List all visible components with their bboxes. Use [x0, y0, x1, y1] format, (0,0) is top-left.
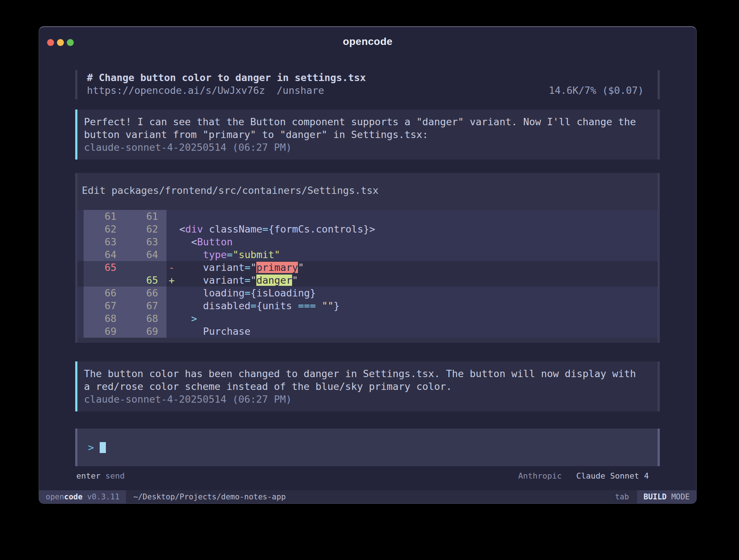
provider-label: Anthropic [518, 471, 562, 480]
diff-change-marker [166, 235, 179, 248]
diff-code-line: Purchase [179, 325, 658, 338]
message-text-line: button variant from "primary" to "danger… [84, 128, 644, 141]
diff-row: 6666 loading={isLoading} [77, 287, 658, 299]
unshare-command[interactable]: /unshare [277, 84, 324, 97]
diff-gutter-spacer [77, 274, 84, 287]
diff-row: 65- variant="primary" [77, 261, 658, 274]
diff-code-line: <Button [179, 235, 658, 248]
diff-view: 61616262<div className={formCs.controls}… [77, 210, 658, 338]
title-bar: opencode [39, 27, 696, 50]
message-text-line: a red/rose color scheme instead of the b… [84, 380, 644, 393]
diff-gutter-spacer [77, 235, 84, 248]
diff-row: 6262<div className={formCs.controls}> [77, 223, 658, 235]
diff-gutter-spacer [77, 261, 84, 274]
diff-old-line-number: 61 [84, 210, 124, 223]
diff-row: 6464 type="submit" [77, 248, 658, 261]
edit-tool-title: Edit packages/frontend/src/containers/Se… [82, 184, 658, 197]
code-token: Button [197, 236, 233, 248]
diff-old-line-number [84, 274, 124, 287]
diff-new-line-number: 69 [124, 325, 166, 338]
diff-new-line-number: 67 [124, 299, 166, 312]
code-token: " [298, 262, 304, 273]
diff-row: 65+ variant="danger" [77, 274, 658, 287]
diff-new-line-number: 62 [124, 223, 166, 235]
diff-new-line-number: 61 [124, 210, 166, 223]
code-token: danger [256, 275, 292, 286]
code-token: "submit" [233, 249, 280, 260]
code-token: = [245, 262, 250, 273]
app-version: v0.3.11 [87, 492, 120, 501]
token-usage-stats: 14.6K/7% ($0.07) [549, 84, 644, 97]
diff-code-line [179, 210, 658, 223]
diff-gutter-spacer [77, 299, 84, 312]
code-token: type [203, 249, 227, 260]
diff-new-line-number: 68 [124, 312, 166, 325]
code-token: {units [256, 300, 298, 311]
diff-row: 6767 disabled={units === ""} [77, 299, 658, 312]
diff-code-line: type="submit" [179, 248, 658, 261]
diff-code-line: variant="danger" [179, 274, 658, 287]
prompt-symbol: > [88, 441, 94, 454]
code-token [179, 249, 203, 260]
code-token: > [369, 223, 375, 235]
code-token: Purchase [179, 326, 250, 337]
diff-old-line-number: 65 [84, 261, 124, 274]
app-name-open: open [46, 492, 64, 501]
diff-new-line-number [124, 261, 166, 274]
code-token [179, 275, 203, 286]
diff-old-line-number: 69 [84, 325, 124, 338]
diff-old-line-number: 64 [84, 248, 124, 261]
message-text-line: Perfect! I can see that the Button compo… [84, 115, 644, 128]
diff-row: 6363 <Button [77, 235, 658, 248]
diff-old-line-number: 67 [84, 299, 124, 312]
code-token: primary [256, 262, 298, 273]
diff-old-line-number: 62 [84, 223, 124, 235]
code-token: variant [203, 262, 245, 273]
diff-gutter-spacer [77, 312, 84, 325]
session-title: # Change button color to danger in setti… [87, 71, 644, 84]
diff-old-line-number: 63 [84, 235, 124, 248]
code-token: disabled [203, 300, 250, 311]
diff-new-line-number: 64 [124, 248, 166, 261]
message-model-meta: claude-sonnet-4-20250514 (06:27 PM) [84, 393, 644, 406]
code-token: < [179, 236, 197, 248]
code-token: = [245, 275, 250, 286]
diff-old-line-number: 66 [84, 287, 124, 299]
code-token [179, 262, 203, 273]
tab-key-hint: tab [615, 492, 629, 501]
mode-name: BUILD [644, 492, 667, 501]
diff-row: 6868 > [77, 312, 658, 325]
app-name-code: code [64, 492, 83, 501]
code-token [179, 300, 203, 311]
diff-gutter-spacer [77, 325, 84, 338]
diff-gutter-spacer [77, 210, 84, 223]
window-title: opencode [39, 36, 696, 47]
code-token: } [334, 300, 340, 311]
input-right-border [658, 429, 660, 466]
desktop: { "window": { "title": "opencode" }, "he… [0, 0, 739, 560]
diff-change-marker [166, 325, 179, 338]
edit-tool-card: Edit packages/frontend/src/containers/Se… [75, 173, 660, 343]
code-token: loading [203, 287, 245, 299]
enter-action-hint [100, 471, 105, 480]
code-token: variant [203, 275, 245, 286]
code-token: {isLoading} [250, 287, 316, 299]
code-token: = [250, 300, 256, 311]
diff-change-marker [166, 248, 179, 261]
code-token: = [263, 223, 268, 235]
diff-code-line: > [179, 312, 658, 325]
message-model-meta: claude-sonnet-4-20250514 (06:27 PM) [84, 141, 644, 154]
diff-gutter-spacer [77, 287, 84, 299]
diff-gutter-spacer [77, 223, 84, 235]
mode-segment[interactable]: BUILD MODE [637, 490, 696, 503]
diff-old-line-number: 68 [84, 312, 124, 325]
diff-code-line: loading={isLoading} [179, 287, 658, 299]
prompt-input[interactable]: > [75, 429, 660, 466]
code-token: < [179, 223, 185, 235]
share-url-link[interactable]: https://opencode.ai/s/UwJxv76z [87, 84, 265, 97]
hint-row: enter send Anthropic Claude Sonnet 4 [75, 469, 660, 482]
send-hint-label: send [105, 471, 125, 480]
diff-new-line-number: 65 [124, 274, 166, 287]
diff-code-line: <div className={formCs.controls}> [179, 223, 658, 235]
code-token: {formCs.controls} [268, 223, 369, 235]
